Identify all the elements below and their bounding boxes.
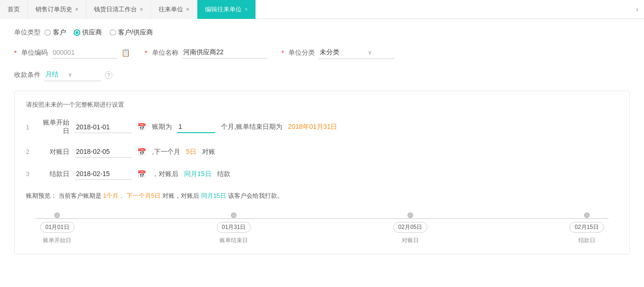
tl-label-3: 对账日 <box>402 236 419 245</box>
copy-icon[interactable]: 📋 <box>121 49 130 57</box>
tab-close-icon[interactable]: × <box>186 6 189 13</box>
payment-date-input[interactable] <box>75 168 132 180</box>
radio-circle-both <box>110 29 116 36</box>
tab-home[interactable]: 首页 <box>0 0 28 19</box>
payment-text-post: 结款 <box>217 170 230 178</box>
period-row-2: 2 对账日 📅 ,下一个月5日 对账 <box>26 146 618 158</box>
preview-highlight1: 1个月， <box>103 192 125 199</box>
payment-label: 收款条件 <box>14 71 41 79</box>
unit-class-label: 单位分类 <box>288 49 315 57</box>
radio-circle-supplier <box>74 29 80 36</box>
reconcile-date-input[interactable] <box>75 146 132 158</box>
tab-edit-partner[interactable]: 编辑往来单位 × <box>197 0 256 19</box>
calendar-icon-1[interactable]: 📅 <box>137 123 146 131</box>
unit-info-row: * 单位编码 📋 * 单位名称 * 单位分类 未分类 ∨ <box>14 46 630 59</box>
tl-badge-1: 01月01日 <box>40 222 75 233</box>
timeline-points: 01月01日 账单开始日 01月31日 账单结束日 02月05日 对账日 02月… <box>40 212 604 245</box>
preview-text-block: 账期预览： 当前客户账期是 1个月， 下一个月5日 对账，对账后 同月15日 该… <box>26 190 618 201</box>
period-num-3: 3 <box>26 170 35 177</box>
period-text-1: 账期为 <box>152 123 172 131</box>
period-panel: 请按照未来的一个完整帐期进行设置 1 账单开始日 📅 账期为 个月,账单结束日期… <box>14 91 630 254</box>
preview-text-3: 对账，对账后 <box>162 192 199 199</box>
period-num-1: 1 <box>26 124 35 131</box>
tl-dot-2 <box>231 212 237 218</box>
payment-item: 收款条件 月结 ∨ ? <box>14 68 112 81</box>
unit-type-item: 单位类型 客户 供应商 客户/供应商 <box>14 28 153 37</box>
tl-badge-4: 02月15日 <box>569 222 604 233</box>
period-row-1: 1 账单开始日 📅 账期为 个月,账单结束日期为 2018年01月31日 <box>26 118 618 135</box>
tab-close-icon[interactable]: × <box>75 6 78 13</box>
payment-select[interactable]: 月结 ∨ <box>44 68 101 81</box>
unit-type-row: 单位类型 客户 供应商 客户/供应商 <box>14 28 630 37</box>
unit-class-select[interactable]: 未分类 ∨ <box>319 46 394 59</box>
tl-badge-3: 02月05日 <box>393 222 428 233</box>
start-date-input[interactable] <box>75 121 132 133</box>
tab-close-icon[interactable]: × <box>140 6 143 13</box>
period-end-date: 2018年01月31日 <box>288 123 337 131</box>
unit-code-star: * <box>14 49 17 57</box>
preview-text-2: 下一个月5日 <box>127 192 161 199</box>
payment-day-highlight: 同月15日 <box>184 170 212 178</box>
preview-text-4: 该客户会给我打款。 <box>228 192 283 199</box>
period-label-3: 结款日 <box>41 170 69 178</box>
tl-label-4: 结款日 <box>578 236 595 245</box>
reconcile-day-highlight: 5日 <box>186 148 196 156</box>
tl-label-1: 账单开始日 <box>43 236 71 245</box>
unit-code-label: 单位编码 <box>21 49 48 57</box>
unit-class-value: 未分类 <box>320 48 339 57</box>
unit-name-label: 单位名称 <box>152 49 178 57</box>
period-months-input[interactable] <box>178 121 215 133</box>
panel-hint: 请按照未来的一个完整帐期进行设置 <box>26 101 618 109</box>
calendar-icon-2[interactable]: 📅 <box>137 148 146 156</box>
payment-text-pre: ，对账后 <box>152 170 178 178</box>
preview-highlight2: 同月15日 <box>201 192 226 199</box>
unit-name-star: * <box>144 49 147 57</box>
timeline-point-1: 01月01日 账单开始日 <box>40 212 75 245</box>
reconcile-text-pre: ,下一个月 <box>152 148 180 156</box>
period-month-unit: 个月,账单结束日期为 <box>221 123 282 131</box>
tab-close-icon[interactable]: × <box>245 6 248 13</box>
chevron-down-icon: ∨ <box>68 71 72 78</box>
timeline-point-3: 02月05日 对账日 <box>393 212 428 245</box>
timeline-wrapper: 01月01日 账单开始日 01月31日 账单结束日 02月05日 对账日 02月… <box>26 212 618 245</box>
unit-name-input[interactable] <box>182 47 267 59</box>
tab-sales-history[interactable]: 销售订单历史 × <box>28 0 86 19</box>
tl-badge-2: 01月31日 <box>217 222 251 233</box>
radio-group-unit-type: 客户 供应商 客户/供应商 <box>44 28 153 37</box>
timeline-point-4: 02月15日 结款日 <box>569 212 604 245</box>
tl-dot-4 <box>584 212 590 218</box>
radio-customer[interactable]: 客户 <box>44 28 66 37</box>
tab-partner[interactable]: 往来单位 × <box>151 0 197 19</box>
unit-type-label: 单位类型 <box>14 28 41 37</box>
timeline-point-2: 01月31日 账单结束日 <box>217 212 251 245</box>
radio-both[interactable]: 客户/供应商 <box>110 28 153 37</box>
help-icon[interactable]: ? <box>105 71 112 79</box>
period-label-1: 账单开始日 <box>41 118 69 135</box>
reconcile-text-post: 对账 <box>202 148 215 156</box>
tl-dot-3 <box>407 212 413 218</box>
tab-more-button[interactable]: › <box>630 5 644 14</box>
preview-label: 账期预览： <box>26 192 57 199</box>
payment-value: 月结 <box>45 70 59 79</box>
period-row-3: 3 结款日 📅 ，对账后 同月15日 结款 <box>26 168 618 180</box>
unit-class-item: * 单位分类 未分类 ∨ <box>281 46 394 59</box>
tl-label-2: 账单结束日 <box>220 236 248 245</box>
preview-text-1: 当前客户账期是 <box>59 192 102 199</box>
period-label-2: 对账日 <box>41 148 69 156</box>
unit-code-input[interactable] <box>51 47 118 59</box>
unit-name-item: * 单位名称 <box>144 47 267 59</box>
calendar-icon-3[interactable]: 📅 <box>137 170 146 178</box>
period-num-2: 2 <box>26 148 35 155</box>
payment-row: 收款条件 月结 ∨ ? <box>14 68 630 81</box>
unit-class-star: * <box>281 49 284 57</box>
radio-supplier[interactable]: 供应商 <box>74 28 102 37</box>
chevron-down-icon: ∨ <box>368 49 372 56</box>
tabs-bar: 首页 销售订单历史 × 钱货日清工作台 × 往来单位 × 编辑往来单位 × › <box>0 0 644 19</box>
tab-cash-work[interactable]: 钱货日清工作台 × <box>86 0 151 19</box>
radio-circle-customer <box>44 29 51 36</box>
main-content: 单位类型 客户 供应商 客户/供应商 * 单位编码 <box>0 19 644 287</box>
unit-code-item: * 单位编码 📋 <box>14 47 130 59</box>
tl-dot-1 <box>54 212 60 218</box>
